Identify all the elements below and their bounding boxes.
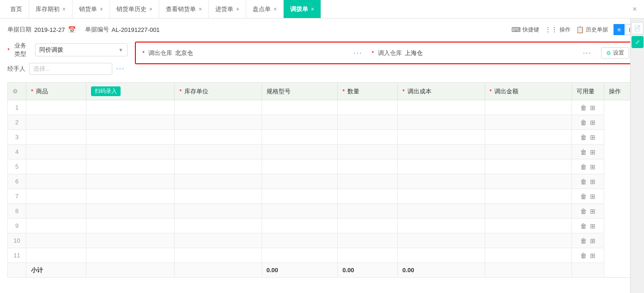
row-amount-3[interactable] [398,130,485,145]
copy-icon[interactable]: ⊞ [590,104,595,111]
date-value[interactable]: 2019-12-27 [34,26,65,33]
settings-button[interactable]: ⚙ 设置 [601,47,629,59]
copy-icon[interactable]: ⊞ [590,163,595,171]
delete-icon[interactable]: 🗑 [580,252,587,259]
calendar-icon[interactable]: 📅 [68,26,76,33]
row-product-1[interactable] [26,100,86,115]
delete-icon[interactable]: 🗑 [580,163,587,171]
delete-icon[interactable]: 🗑 [580,148,587,156]
tab-stocktake-close[interactable]: × [273,6,277,12]
tab-transfer-close[interactable]: × [311,6,314,12]
shortcut-btn[interactable]: ⌨ 快捷键 [511,26,539,34]
copy-icon[interactable]: ⊞ [590,252,595,259]
row-product-9[interactable] [26,219,86,233]
out-warehouse-more-btn[interactable]: ··· [353,49,362,57]
row-product-5[interactable] [26,159,86,174]
tab-view-sales-close[interactable]: × [199,6,202,12]
row-amount-2[interactable] [398,115,485,130]
copy-icon[interactable]: ⊞ [590,208,595,215]
row-qty-10[interactable] [261,233,337,248]
row-qty-2[interactable] [261,115,337,130]
row-cost-5[interactable] [338,159,398,174]
row-amount-6[interactable] [398,174,485,189]
row-product-4[interactable] [26,145,86,159]
copy-icon[interactable]: ⊞ [590,193,595,200]
in-warehouse-value[interactable]: 上海仓 [405,49,580,57]
row-amount-5[interactable] [398,159,485,174]
row-cost-8[interactable] [338,204,398,219]
tab-sales-history-close[interactable]: × [149,6,152,12]
row-amount-1[interactable] [398,100,485,115]
delete-icon[interactable]: 🗑 [580,222,587,230]
row-product-3[interactable] [26,130,86,145]
history-btn[interactable]: 📋 历史单据 [576,26,608,34]
row-product-10[interactable] [26,233,86,248]
tab-inventory-init-close[interactable]: × [62,6,66,12]
copy-icon[interactable]: ⊞ [590,119,595,126]
row-qty-8[interactable] [261,204,337,219]
row-qty-6[interactable] [261,174,337,189]
in-warehouse-more-btn[interactable]: ··· [583,49,592,57]
row-product-11[interactable] [26,248,86,263]
tab-sales-order-close[interactable]: × [100,6,103,12]
row-qty-11[interactable] [261,248,337,263]
row-cost-3[interactable] [338,130,398,145]
row-cost-4[interactable] [338,145,398,159]
tab-view-sales[interactable]: 查看销货单 × [159,0,209,18]
row-product-2[interactable] [26,115,86,130]
row-cost-2[interactable] [338,115,398,130]
list-view-btn[interactable]: ≡ [614,24,625,35]
row-amount-8[interactable] [398,204,485,219]
copy-icon[interactable]: ⊞ [590,134,595,141]
tab-sales-order[interactable]: 销货单 × [73,0,110,18]
delete-icon[interactable]: 🗑 [580,237,587,244]
tab-transfer[interactable]: 调拨单 × [284,0,321,18]
scan-entry-btn[interactable]: 扫码录入 [91,86,121,96]
delete-icon[interactable]: 🗑 [580,104,587,111]
sidebar-doc-icon[interactable]: 📄 [632,22,644,34]
row-cost-7[interactable] [338,189,398,204]
row-amount-11[interactable] [398,248,485,263]
agent-select[interactable]: 选择... [29,63,112,75]
business-type-select[interactable]: 同价调拨 ▼ [35,43,128,56]
row-cost-9[interactable] [338,219,398,233]
row-qty-9[interactable] [261,219,337,233]
th-scan[interactable]: 扫码录入 [86,83,174,100]
tab-stocktake[interactable]: 盘点单 × [246,0,284,18]
row-qty-1[interactable] [261,100,337,115]
copy-icon[interactable]: ⊞ [590,148,595,156]
row-amount-9[interactable] [398,219,485,233]
copy-icon[interactable]: ⊞ [590,178,595,185]
operation-btn[interactable]: ⋮⋮ 操作 [545,26,571,34]
row-qty-7[interactable] [261,189,337,204]
delete-icon[interactable]: 🗑 [580,208,587,215]
tab-purchase[interactable]: 进货单 × [209,0,246,18]
close-all-tabs-button[interactable]: × [629,4,640,15]
row-qty-5[interactable] [261,159,337,174]
row-cost-6[interactable] [338,174,398,189]
delete-icon[interactable]: 🗑 [580,193,587,200]
delete-icon[interactable]: 🗑 [580,119,587,126]
agent-more-btn[interactable]: ··· [116,65,125,73]
sidebar-expand-icon[interactable]: ⤢ [632,36,644,48]
row-cost-1[interactable] [338,100,398,115]
row-amount-4[interactable] [398,145,485,159]
row-product-7[interactable] [26,189,86,204]
copy-icon[interactable]: ⊞ [590,237,595,244]
copy-icon[interactable]: ⊞ [590,222,595,230]
tab-inventory-init[interactable]: 库存期初 × [29,0,73,18]
out-warehouse-value[interactable]: 北京仓 [175,49,351,57]
tab-purchase-close[interactable]: × [236,6,239,12]
row-cost-11[interactable] [338,248,398,263]
tab-home[interactable]: 首页 [4,0,29,18]
row-amount-7[interactable] [398,189,485,204]
tab-sales-history[interactable]: 销货单历史 × [110,0,159,18]
th-gear[interactable]: ⚙ [8,83,26,100]
row-qty-3[interactable] [261,130,337,145]
delete-icon[interactable]: 🗑 [580,134,587,141]
delete-icon[interactable]: 🗑 [580,178,587,185]
row-product-6[interactable] [26,174,86,189]
row-cost-10[interactable] [338,233,398,248]
row-product-8[interactable] [26,204,86,219]
row-qty-4[interactable] [261,145,337,159]
